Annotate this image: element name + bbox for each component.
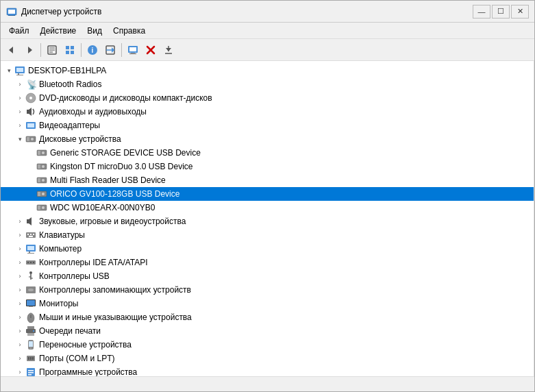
root-icon (14, 65, 25, 76)
disk-icon (25, 134, 36, 145)
tree-item-portable[interactable]: ›Переносные устройства (1, 338, 534, 352)
expand-icon-disk4 (25, 188, 36, 199)
portable-label: Переносные устройства (39, 340, 132, 350)
expand-icon-ide[interactable]: › (14, 257, 25, 268)
tree-item-usb[interactable]: ›Контроллеры USB (1, 269, 534, 283)
print-icon (25, 326, 36, 336)
expand-icon-usb[interactable]: › (14, 271, 25, 282)
bluetooth-label: Bluetooth Radios (39, 79, 101, 89)
svg-rect-90 (28, 357, 29, 360)
toolbar-sep-1 (40, 43, 41, 57)
disk2-icon (36, 161, 47, 172)
maximize-button[interactable]: ☐ (492, 5, 510, 19)
tree-item-mice[interactable]: ›Мыши и иные указывающие устройства (1, 310, 534, 324)
tree-item-disk4[interactable]: ORICO GV100-128GB USB Device (1, 187, 534, 201)
tree-item-monitors[interactable]: ›Мониторы (1, 297, 534, 310)
scan-button[interactable] (102, 42, 119, 58)
expand-icon-root[interactable]: ▾ (3, 65, 14, 76)
tree-item-disk2[interactable]: Kingston DT microDuo 3.0 USB Device (1, 160, 534, 173)
svg-marker-35 (27, 108, 32, 116)
svg-rect-68 (30, 262, 32, 263)
menu-view[interactable]: Вид (82, 25, 108, 37)
tree-item-software[interactable]: ›Программные устройства (1, 365, 534, 376)
mice-label: Мыши и иные указывающие устройства (39, 313, 192, 322)
view-button[interactable] (62, 42, 78, 58)
tree-item-disk5[interactable]: WDC WD10EARX-00N0YB0 (1, 201, 534, 215)
software-label: Программные устройства (39, 367, 137, 376)
forward-button[interactable] (21, 42, 38, 58)
update-button[interactable] (160, 42, 177, 58)
expand-icon-dvd[interactable]: › (14, 93, 25, 103)
tree-item-disk[interactable]: ▾Дисковые устройства (1, 132, 534, 146)
sound-icon (25, 216, 36, 227)
svg-point-34 (29, 97, 32, 99)
tree-item-ports[interactable]: ›Порты (COM и LPT) (1, 352, 534, 365)
tree-root-item[interactable]: ▾ DESKTOP-EB1HLPA (1, 64, 534, 77)
disk4-icon (36, 188, 47, 199)
sound-label: Звуковые, игровые и видеоустройства (39, 217, 186, 226)
disk3-label: Multi Flash Reader USB Device (50, 175, 166, 185)
tree-item-disk3[interactable]: Multi Flash Reader USB Device (1, 173, 534, 187)
computer-icon (25, 243, 36, 254)
expand-icon-keyboard[interactable]: › (14, 230, 25, 241)
expand-icon-sound[interactable]: › (14, 216, 25, 227)
menu-help[interactable]: Справка (108, 25, 151, 37)
svg-rect-10 (66, 46, 69, 49)
tree-item-ide[interactable]: ›Контроллеры IDE ATA/ATAPI (1, 256, 534, 269)
svg-rect-37 (27, 123, 34, 127)
close-button[interactable]: ✕ (511, 5, 529, 19)
tree-item-sound[interactable]: ›Звуковые, игровые и видеоустройства (1, 215, 534, 228)
usb-icon (25, 271, 36, 282)
video-icon (25, 120, 36, 131)
ide-icon (25, 257, 36, 268)
expand-icon-computer[interactable]: › (14, 243, 25, 254)
tree-item-video[interactable]: ›Видеоадаптеры (1, 119, 534, 132)
menu-action[interactable]: Действие (35, 25, 82, 37)
expand-icon-print[interactable]: › (14, 326, 25, 336)
expand-icon-bluetooth[interactable]: › (14, 79, 25, 90)
svg-rect-11 (71, 46, 74, 49)
expand-icon-ports[interactable]: › (14, 353, 25, 364)
svg-rect-92 (32, 357, 34, 360)
tree-item-disk1[interactable]: Generic STORAGE DEVICE USB Device (1, 146, 534, 160)
expand-icon-portable[interactable]: › (14, 339, 25, 350)
svg-rect-85 (33, 330, 34, 332)
remove-button[interactable] (142, 42, 159, 58)
expand-icon-storage[interactable]: › (14, 284, 25, 295)
svg-text:i: i (92, 47, 94, 54)
tree-item-computer[interactable]: ›Компьютер (1, 242, 534, 256)
info-button[interactable]: i (84, 42, 101, 58)
expand-icon-software[interactable]: › (14, 367, 25, 376)
ports-icon (25, 353, 36, 364)
software-icon (25, 367, 36, 376)
menu-file[interactable]: Файл (3, 25, 35, 37)
monitor-button[interactable] (125, 42, 141, 58)
svg-marker-5 (28, 47, 32, 53)
tree-item-audio[interactable]: ›Аудиовходы и аудиовыходы (1, 105, 534, 119)
disk1-icon (36, 147, 47, 158)
tree-item-storage[interactable]: ›Контроллеры запоминающих устройств (1, 283, 534, 297)
expand-icon-monitors[interactable]: › (14, 298, 25, 309)
minimize-button[interactable]: — (473, 5, 490, 19)
expand-icon-mice[interactable]: › (14, 312, 25, 323)
properties-small-button[interactable] (44, 42, 60, 58)
tree-item-bluetooth[interactable]: ›📡Bluetooth Radios (1, 77, 534, 91)
svg-rect-77 (27, 300, 35, 306)
svg-rect-45 (38, 164, 40, 169)
tree-item-print[interactable]: ›Очереди печати (1, 324, 534, 338)
svg-rect-69 (33, 262, 34, 263)
device-tree[interactable]: ▾ DESKTOP-EB1HLPA ›📡Bluetooth Radios›DVD… (1, 61, 534, 376)
portable-icon (25, 339, 36, 350)
expand-icon-audio[interactable]: › (14, 106, 25, 117)
expand-icon-disk5 (25, 202, 36, 213)
svg-rect-21 (131, 53, 135, 53)
back-button[interactable] (3, 42, 20, 58)
expand-icon-disk[interactable]: ▾ (14, 134, 25, 145)
disk1-label: Generic STORAGE DEVICE USB Device (50, 148, 201, 158)
print-label: Очереди печати (39, 326, 101, 336)
ide-label: Контроллеры IDE ATA/ATAPI (39, 258, 148, 267)
tree-item-keyboard[interactable]: ›Клавиатуры (1, 228, 534, 242)
tree-item-dvd[interactable]: ›DVD-дисководы и дисководы компакт-диско… (1, 91, 534, 105)
expand-icon-video[interactable]: › (14, 120, 25, 131)
svg-rect-63 (27, 246, 34, 250)
